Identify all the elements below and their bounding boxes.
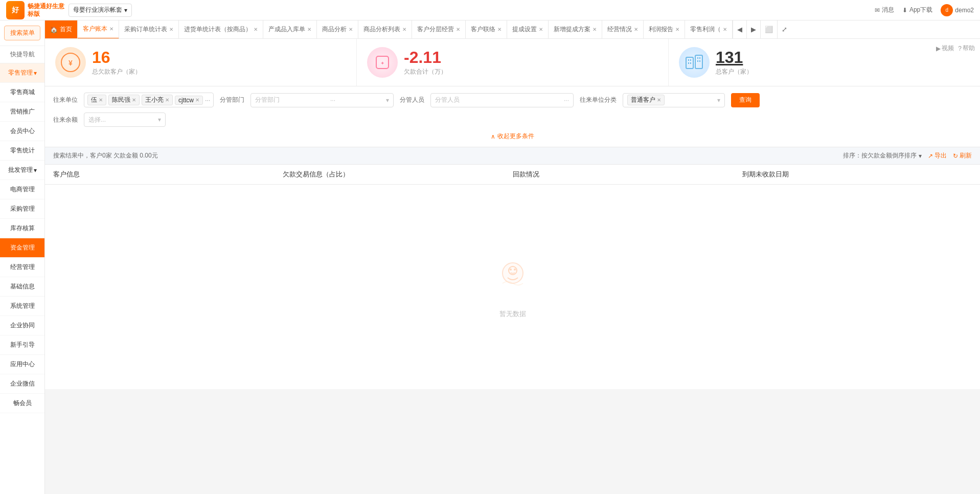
stat-debt-customers: ¥ 16 总欠款客户（家）: [45, 39, 357, 86]
more-tags-btn[interactable]: ···: [205, 97, 210, 104]
tab-purchase-order-stats[interactable]: 采购订单统计表 ✕: [119, 20, 179, 39]
tab-close-icon[interactable]: ✕: [169, 27, 173, 32]
sidebar-item-basic-info[interactable]: 基础信息: [0, 277, 44, 297]
sidebar-item-marketing[interactable]: 营销推广: [0, 102, 44, 122]
balance-placeholder: 选择...: [88, 116, 106, 124]
unit-tag-2[interactable]: 陈民强 ✕: [108, 95, 140, 105]
stats-header: ¥ 16 总欠款客户（家） ✦: [45, 39, 980, 86]
stat3-number: 131: [716, 49, 753, 65]
app-download-btn[interactable]: ⬇ App下载: [902, 6, 932, 14]
tab-close-icon[interactable]: ✕: [592, 27, 597, 32]
tab-close-icon[interactable]: ✕: [349, 27, 353, 32]
sidebar-item-sys-mgmt[interactable]: 系统管理: [0, 297, 44, 316]
tab-close-icon[interactable]: ✕: [402, 27, 406, 32]
tab-customer-connect[interactable]: 客户联络 ✕: [466, 20, 507, 39]
tab-new-boost-plan[interactable]: 新增提成方案 ✕: [549, 20, 602, 39]
stat-total-customers: 131 总客户（家） ▶ 视频 ? 帮助: [669, 39, 980, 86]
sidebar-item-enterprise-coop[interactable]: 企业协同: [0, 316, 44, 335]
tab-close-icon[interactable]: ✕: [456, 27, 460, 32]
sidebar-item-finance-mgmt[interactable]: 资金管理: [0, 238, 44, 258]
tab-boost-settings[interactable]: 提成设置 ✕: [507, 20, 549, 39]
sidebar-item-beginner-guide[interactable]: 新手引导: [0, 335, 44, 355]
tab-customer-balance[interactable]: 客户账本 ✕: [78, 20, 119, 39]
sidebar-item-app-center[interactable]: 应用中心: [0, 355, 44, 374]
tab-close-icon[interactable]: ✕: [675, 27, 679, 32]
tag-close-icon[interactable]: ✕: [195, 97, 199, 103]
tab-close-icon[interactable]: ✕: [723, 27, 727, 32]
sidebar-item-vip-member[interactable]: 畅会员: [0, 394, 44, 413]
sidebar-item-member-center[interactable]: 会员中心: [0, 122, 44, 141]
tab-product-analysis-list[interactable]: 商品分析列表 ✕: [358, 20, 412, 39]
message-btn[interactable]: ✉ 消息: [875, 6, 894, 14]
unit-tag-1[interactable]: 伍 ✕: [87, 95, 106, 105]
tab-ops-situation[interactable]: 经营情况 ✕: [602, 20, 644, 39]
tab-next-btn[interactable]: ▶: [746, 20, 760, 39]
person-select[interactable]: 分管人员 ···: [430, 93, 574, 107]
search-button[interactable]: 查询: [731, 93, 760, 107]
tab-close-icon[interactable]: ✕: [307, 27, 311, 32]
unit-type-tag[interactable]: 普通客户 ✕: [627, 95, 665, 105]
tab-prev-btn[interactable]: ◀: [733, 20, 746, 39]
sidebar-item-enterprise-wechat[interactable]: 企业微信: [0, 374, 44, 394]
tag-close-icon[interactable]: ✕: [132, 97, 136, 103]
table-body: 暂无数据: [45, 185, 980, 389]
sidebar-item-wholesale-mgmt[interactable]: 批发管理 ▾: [0, 161, 44, 180]
sidebar-item-purchase-mgmt[interactable]: 采购管理: [0, 199, 44, 219]
tab-home[interactable]: 🏠 首页: [45, 20, 78, 39]
col-customer-info: 客户信息: [53, 170, 283, 179]
tab-product-analysis[interactable]: 商品分析 ✕: [317, 20, 358, 39]
total-customers-icon: [679, 47, 710, 78]
tab-fullscreen-btn[interactable]: ⤢: [777, 20, 791, 39]
unit-filter-label: 往来单位: [53, 96, 78, 104]
sidebar-item-ops-mgmt[interactable]: 经营管理: [0, 258, 44, 277]
stat2-label: 欠款合计（万）: [404, 68, 447, 76]
stat1-number: 16: [92, 49, 141, 65]
refresh-btn[interactable]: ↻ 刷新: [953, 151, 972, 160]
store-selector[interactable]: 母婴行业演示帐套 ▾: [69, 4, 132, 17]
balance-select[interactable]: 选择... ▾: [84, 113, 166, 127]
sidebar-item-retail-mgmt[interactable]: 零售管理 ▾: [0, 63, 44, 83]
collapse-btn[interactable]: ∧ 收起更多条件: [491, 132, 534, 141]
export-icon: ↗: [928, 152, 933, 160]
tag-close-icon[interactable]: ✕: [165, 97, 169, 103]
quick-nav-button[interactable]: 快捷导航: [0, 46, 44, 63]
person-placeholder: 分管人员: [435, 96, 460, 104]
unit-tags-input[interactable]: 伍 ✕ 陈民强 ✕ 王小亮 ✕ cjttcw ✕: [84, 93, 214, 107]
chevron-down-icon: ▾: [919, 152, 922, 160]
user-profile[interactable]: d demo2: [941, 4, 974, 16]
help-btn[interactable]: ? 帮助: [958, 44, 975, 53]
home-icon: 🏠: [50, 26, 58, 33]
help-icon: ?: [958, 45, 962, 52]
tab-retail-profit[interactable]: 零售利润（ ✕: [685, 20, 733, 39]
video-help-btn[interactable]: ▶ 视频: [936, 44, 954, 53]
tab-close-icon[interactable]: ✕: [254, 27, 258, 32]
sidebar-item-inventory[interactable]: 库存核算: [0, 219, 44, 238]
unit-tag-3[interactable]: 王小亮 ✕: [142, 95, 173, 105]
tab-close-icon[interactable]: ✕: [497, 27, 502, 32]
tab-product-inbound[interactable]: 产成品入库单 ✕: [263, 20, 317, 39]
table-header: 客户信息 欠款交易信息（占比） 回款情况 到期未收款日期: [45, 165, 980, 185]
tab-profit-report[interactable]: 利润报告 ✕: [644, 20, 685, 39]
tab-close-icon[interactable]: ✕: [539, 27, 543, 32]
sort-select[interactable]: 排序：按欠款金额倒序排序 ▾: [843, 151, 922, 160]
stat-debt-total: ✦ -2.11 欠款合计（万）: [357, 39, 669, 86]
export-btn[interactable]: ↗ 导出: [928, 151, 947, 160]
collapse-row: ∧ 收起更多条件: [53, 132, 972, 141]
tab-customer-layering[interactable]: 客户分层经营 ✕: [412, 20, 466, 39]
tab-close-icon[interactable]: ✕: [109, 26, 113, 32]
arrow-icon: ▾: [34, 70, 37, 77]
tag-close-icon[interactable]: ✕: [657, 97, 661, 103]
dept-select[interactable]: 分管部门 ··· ▾: [250, 93, 394, 107]
tab-incoming-goods-stats[interactable]: 进货单统计表（按商品） ✕: [179, 20, 263, 39]
search-menu-button[interactable]: 搜索菜单: [4, 26, 40, 40]
unit-type-select[interactable]: 普通客户 ✕ ▾: [623, 93, 725, 107]
tag-close-icon[interactable]: ✕: [99, 97, 103, 103]
tab-expand-btn[interactable]: ⬜: [760, 20, 777, 39]
svg-rect-9: [690, 62, 691, 64]
sidebar-item-retail-shop[interactable]: 零售商城: [0, 83, 44, 102]
sidebar-item-retail-stats[interactable]: 零售统计: [0, 141, 44, 161]
sidebar-item-ecommerce-mgmt[interactable]: 电商管理: [0, 180, 44, 199]
unit-tag-4[interactable]: cjttcw ✕: [175, 96, 203, 105]
tab-close-icon[interactable]: ✕: [634, 27, 638, 32]
dept-more-icon: ···: [330, 97, 335, 104]
